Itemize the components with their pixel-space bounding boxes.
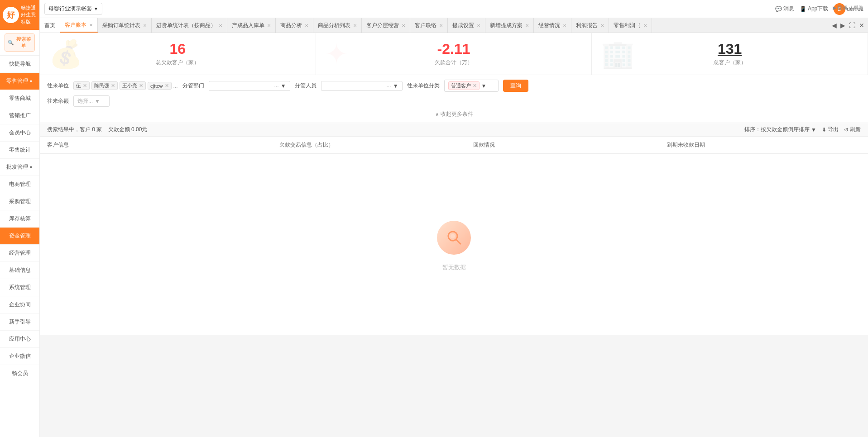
tab-close-customer-contact[interactable]: ✕: [439, 23, 443, 28]
chevron-down-dept-icon: ▼: [281, 83, 286, 89]
tab-close-cost-purchase[interactable]: ✕: [267, 23, 271, 28]
topbar-left: 母婴行业演示帐套 ▼: [44, 3, 102, 15]
sidebar-item-purchase[interactable]: 采购管理: [0, 193, 39, 210]
tab-purchase-stat[interactable]: 进货单统计表（按商品） ✕: [152, 18, 227, 33]
tab-close-accounts[interactable]: ✕: [89, 23, 93, 28]
credit-customers-label: 总欠款客户（家）: [156, 59, 199, 66]
refresh-button[interactable]: ↺ 刷新: [844, 126, 861, 133]
sidebar-item-basic[interactable]: 基础信息: [0, 262, 39, 279]
sidebar-item-member[interactable]: 会员中心: [0, 124, 39, 142]
credit-total-value: -2.11: [437, 41, 470, 57]
tab-goods-analysis-list[interactable]: 商品分析列表 ✕: [313, 18, 362, 33]
query-button[interactable]: 查询: [503, 80, 528, 92]
store-name: 母婴行业演示帐套: [48, 5, 92, 13]
department-select[interactable]: ··· ▼: [209, 81, 290, 91]
tab-ops-status[interactable]: 经营情况 ✕: [534, 18, 571, 33]
balance-label: 往来余额: [47, 97, 69, 105]
tab-close-new-promotion[interactable]: ✕: [525, 23, 529, 28]
person-select[interactable]: ··· ▼: [321, 81, 403, 91]
store-selector[interactable]: 母婴行业演示帐套 ▼: [44, 3, 102, 15]
total-customers-label: 总客户（家）: [714, 59, 746, 66]
filter-tag-cjttcw: cjttcw ✕: [148, 82, 172, 90]
unit-category-label: 往来单位分类: [407, 82, 440, 90]
sidebar-item-enterprise-wechat[interactable]: 企业微信: [0, 348, 39, 365]
messages-button[interactable]: 💬 消息: [775, 5, 794, 13]
tab-close-ops-status[interactable]: ✕: [563, 23, 566, 28]
chevron-down-person-icon: ▼: [393, 83, 398, 89]
col-customer-info: 客户信息: [47, 141, 279, 149]
sort-button[interactable]: 排序：按欠款金额倒序排序 ▼: [744, 126, 816, 133]
tab-close-retail-profit[interactable]: ✕: [643, 23, 647, 28]
department-label: 分管部门: [182, 82, 204, 90]
tab-customer-contact[interactable]: 客户联络 ✕: [410, 18, 448, 33]
tab-purchase-orders[interactable]: 采购订单统计表 ✕: [98, 18, 152, 33]
tab-accounts[interactable]: 客户账本 ✕: [60, 18, 98, 33]
tab-close-purchase-stat[interactable]: ✕: [219, 23, 222, 28]
tab-profit-report[interactable]: 利润报告 ✕: [571, 18, 609, 33]
sidebar-item-member-plus[interactable]: 畅会员: [0, 365, 39, 382]
tab-close-all-button[interactable]: ✕: [858, 21, 865, 30]
sidebar-item-ops[interactable]: 经营管理: [0, 245, 39, 262]
sidebar-item-batch-mgmt[interactable]: 批发管理 ▼: [0, 159, 39, 176]
remove-tag-wu[interactable]: ✕: [83, 83, 87, 89]
sidebar-item-retail-stat[interactable]: 零售统计: [0, 142, 39, 159]
tab-close-profit-report[interactable]: ✕: [600, 23, 604, 28]
sidebar-item-app-center[interactable]: 应用中心: [0, 331, 39, 348]
sidebar-item-finance[interactable]: 资金管理: [0, 228, 39, 245]
search-menu-button[interactable]: 🔍 搜索菜单: [5, 33, 35, 52]
col-credit-info: 欠款交易信息（占比）: [279, 141, 473, 149]
sidebar-item-retail-mgmt[interactable]: 零售管理 ▼: [0, 73, 39, 90]
app-download-button[interactable]: 📱 App下载: [800, 5, 828, 13]
empty-circle: [437, 221, 471, 255]
filter-tag-chen: 陈民强 ✕: [91, 81, 118, 90]
empty-label: 暂无数据: [442, 263, 466, 271]
remove-tag-chen[interactable]: ✕: [111, 83, 115, 89]
export-button[interactable]: ⬇ 导出: [822, 126, 839, 133]
tab-bar: 首页 客户账本 ✕ 采购订单统计表 ✕ 进货单统计表（按商品） ✕ 产成品入库单…: [40, 18, 868, 33]
table-header: 客户信息 欠款交易信息（占比） 回款情况 到期未收款日期: [40, 137, 868, 154]
collapse-button[interactable]: ∧ 收起更多条件: [435, 110, 473, 118]
tab-scroll-right-button[interactable]: ▶: [839, 21, 846, 30]
balance-input[interactable]: 选择... ▼: [73, 95, 110, 107]
download-icon: 📱: [800, 6, 806, 12]
tab-retail-profit[interactable]: 零售利润（ ✕: [609, 18, 652, 33]
svg-line-1: [456, 239, 460, 244]
collapse-up-icon: ∧: [435, 111, 439, 118]
sidebar-item-enterprise[interactable]: 企业协同: [0, 296, 39, 314]
col-overdue-date: 到期未收款日期: [667, 141, 861, 149]
remove-category-tag[interactable]: ✕: [473, 83, 477, 89]
logo-icon: 好: [3, 7, 19, 23]
filter-row-1: 往来单位 伍 ✕ 陈民强 ✕ 王小亮 ✕ cjttcw: [47, 80, 861, 92]
search-icon: 🔍: [8, 40, 14, 46]
remove-tag-cjttcw[interactable]: ✕: [165, 83, 169, 89]
sidebar-item-ecom[interactable]: 电商管理: [0, 176, 39, 193]
sidebar-item-marketing[interactable]: 营销推广: [0, 107, 39, 124]
tab-promotion-settings[interactable]: 提成设置 ✕: [448, 18, 485, 33]
tab-goods-analysis[interactable]: 商品分析 ✕: [276, 18, 313, 33]
unit-category-select[interactable]: 普通客户 ✕ ▼: [444, 80, 499, 92]
filter-tags-more[interactable]: ...: [173, 83, 178, 89]
remove-tag-wang[interactable]: ✕: [139, 83, 143, 89]
export-icon: ⬇: [822, 127, 826, 133]
result-bar: 搜索结果中，客户 0 家 欠款金额 0.00元 排序：按欠款金额倒序排序 ▼ ⬇…: [40, 123, 868, 137]
tab-close-purchase-orders[interactable]: ✕: [143, 23, 147, 28]
tab-close-promotion-settings[interactable]: ✕: [477, 23, 480, 28]
tab-close-goods-analysis[interactable]: ✕: [305, 23, 308, 28]
tab-home[interactable]: 首页: [40, 18, 60, 33]
sidebar-item-quick-nav[interactable]: 快捷导航: [0, 56, 39, 73]
tab-close-customer-tier[interactable]: ✕: [402, 23, 405, 28]
tab-scroll-left-button[interactable]: ◀: [831, 21, 838, 30]
collapse-row: ∧ 收起更多条件: [47, 110, 861, 118]
sidebar-item-system[interactable]: 系统管理: [0, 279, 39, 296]
tab-cost-purchase[interactable]: 产成品入库单 ✕: [227, 18, 276, 33]
tab-new-promotion[interactable]: 新增提成方案 ✕: [485, 18, 534, 33]
more-options-icon: ···: [274, 83, 279, 89]
tab-close-goods-analysis-list[interactable]: ✕: [353, 23, 357, 28]
sidebar-item-inventory[interactable]: 库存核算: [0, 210, 39, 228]
tab-maximize-button[interactable]: ⛶: [848, 21, 856, 30]
sidebar-item-retail-mall[interactable]: 零售商城: [0, 90, 39, 107]
sidebar-item-guide[interactable]: 新手引导: [0, 314, 39, 331]
main-area: 母婴行业演示帐套 ▼ 💬 消息 📱 App下载 D demo2 首页 客户账本: [40, 0, 868, 437]
tab-customer-tier[interactable]: 客户分层经营 ✕: [362, 18, 410, 33]
chevron-down-category-icon: ▼: [481, 83, 487, 89]
